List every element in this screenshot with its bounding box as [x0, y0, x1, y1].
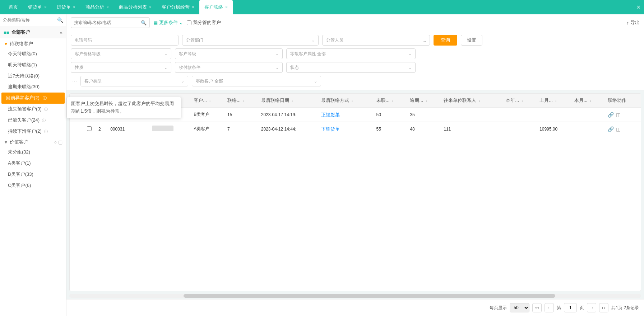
chevron-down-icon: ⌄ [408, 65, 412, 70]
sidebar-item-overdue[interactable]: 逾期未联络(30) [0, 81, 66, 93]
page-number-input[interactable] [564, 303, 577, 312]
row-actions: 🔗 ◫ [605, 108, 641, 122]
sidebar-item-class-b[interactable]: B类客户(33) [0, 169, 66, 180]
filter-person[interactable]: 分管人员 ... [322, 35, 430, 46]
col-last-method[interactable]: 最后联络方式 ↕ [318, 94, 374, 108]
sidebar-item-tomorrow[interactable]: 明天待联络(1) [0, 60, 66, 71]
top-nav: 首页 销货单 × 进货单 × 商品分析 × 商品分析列表 × 客户分层经营 × … [0, 0, 644, 14]
sidebar-item-class-a[interactable]: A类客户(1) [0, 158, 66, 169]
sidebar-search-icon[interactable]: 🔍 [57, 17, 63, 23]
filter-nature[interactable]: 性质 ⌄ [71, 62, 171, 73]
first-page-btn[interactable]: ↤ [532, 303, 542, 312]
sort-this-month-icon: ↕ [590, 99, 592, 103]
close-tab-customer-contact[interactable]: × [225, 5, 228, 10]
row-contact: 15 [224, 108, 258, 122]
row-last-method[interactable]: 下销货单 [318, 108, 374, 122]
sidebar-item-today[interactable]: 今天待联络(0) [0, 48, 66, 60]
col-type[interactable]: 客户... ↕ [191, 94, 224, 108]
col-contact[interactable]: 联络... ↕ [224, 94, 258, 108]
row-last-month [537, 108, 571, 122]
tab-customer-contact[interactable]: 客户联络 × [199, 0, 233, 14]
row-action-grid-icon[interactable]: ◫ [616, 112, 621, 118]
tab-product-analysis[interactable]: 商品分析 × [80, 0, 114, 14]
col-this-month[interactable]: 本月... ↕ [571, 94, 605, 108]
sort-contact-icon: ↕ [243, 99, 245, 103]
sidebar-item-class-c[interactable]: C类客户(6) [0, 180, 66, 191]
tab-product-analysis-list[interactable]: 商品分析列表 × [114, 0, 157, 14]
filter-customer-level[interactable]: 客户等级 ⌄ [175, 48, 283, 59]
col-overdue[interactable]: 逾期... ↕ [407, 94, 441, 108]
row-index: 2 [96, 122, 107, 136]
horizontal-scrollbar[interactable] [69, 294, 641, 298]
chevron-down-icon: ⌄ [275, 65, 279, 70]
sort-year-icon: ↕ [521, 99, 523, 103]
sidebar-group-value[interactable]: ▼ 价值客户 ○ ▢ [0, 137, 66, 147]
row-this-month [571, 108, 605, 122]
sidebar-search-input[interactable] [3, 18, 57, 23]
tab-customer-stratification[interactable]: 客户分层经营 × [157, 0, 199, 14]
col-unread[interactable]: 未联... ↕ [374, 94, 407, 108]
sidebar-item-loss-warning[interactable]: 流失预警客户(3) ⓘ [0, 104, 66, 115]
prev-page-btn[interactable]: ← [545, 303, 554, 312]
filter-search-icon[interactable]: 🔍 [141, 20, 147, 25]
row-name [149, 122, 191, 136]
close-tab-purchase[interactable]: × [73, 5, 75, 10]
sidebar-item-unclassified[interactable]: 未分组(32) [0, 147, 66, 158]
filter-payment[interactable]: 收付款条件 ⌄ [175, 62, 283, 73]
row-select-checkbox[interactable] [87, 126, 92, 131]
close-tab-customer-stratification[interactable]: × [192, 5, 194, 10]
sidebar-item-lost[interactable]: 已流失客户(24) ⓘ [0, 115, 66, 126]
close-tab-product-analysis-list[interactable]: × [149, 5, 152, 10]
last-page-btn[interactable]: ↦ [599, 303, 608, 312]
chevron-down-icon: ⌄ [164, 65, 167, 70]
filter-customer-type[interactable]: 客户类型 ⌄ [80, 76, 188, 86]
col-company-contact[interactable]: 往来单位联系人 ↕ [441, 94, 503, 108]
pagination: 每页显示 50 100 200 ↤ ← 第 页 → ↦ 共1页 2条记录 [66, 299, 644, 316]
row-code[interactable]: 000031 [107, 122, 149, 136]
more-dots[interactable]: ··· [72, 78, 77, 84]
sort-overdue-icon: ↕ [426, 99, 427, 103]
tab-sales[interactable]: 销货单 × [23, 0, 52, 14]
row-action-link-icon[interactable]: 🔗 [608, 126, 614, 132]
my-customers-checkbox[interactable] [187, 20, 191, 25]
filter-icon: ▦ [153, 20, 158, 25]
sidebar-edit-icons[interactable]: ○ ▢ [54, 140, 62, 145]
next-page-btn[interactable]: → [587, 303, 596, 312]
chevron-down-icon: ⌄ [164, 52, 167, 56]
filter-row-3: 性质 ⌄ 收付款条件 ⌄ 状态 ⌄ [71, 62, 640, 73]
row-last-method[interactable]: 下销货单 [318, 122, 374, 136]
chevron-down-icon: ... [423, 38, 426, 42]
settings-button[interactable]: 设置 [461, 35, 482, 46]
filter-dept[interactable]: 分管部门 ⌄ [182, 35, 319, 46]
row-type: B类客户 [191, 108, 224, 122]
export-btn[interactable]: ↑ 导出 [627, 19, 640, 26]
sidebar-all-customers[interactable]: ■■ 全部客户 « [0, 26, 66, 38]
sidebar-group-pending[interactable]: ▼ 待联络客户 [0, 38, 66, 48]
sidebar-item-7days[interactable]: 近7天待联络(0) [0, 71, 66, 82]
filter-retail-customer[interactable]: 零散客户 全部 ⌄ [192, 76, 321, 86]
col-last-date[interactable]: 最后联络日期 ↕ [258, 94, 318, 108]
filter-retail-attr[interactable]: 零散客户属性 全部 ⌄ [286, 48, 416, 59]
tab-home[interactable]: 首页 [4, 0, 23, 14]
query-button[interactable]: 查询 [434, 35, 457, 46]
more-conditions-btn[interactable]: ▦ 更多条件 ⌄ [153, 19, 183, 26]
row-company-contact: 111 [441, 122, 503, 136]
row-action-link-icon[interactable]: 🔗 [608, 112, 614, 118]
filter-phone[interactable]: 电话号码 [71, 35, 179, 46]
sidebar-item-declining[interactable]: 持续下滑客户(2) ⓘ [0, 126, 66, 137]
close-all-tabs[interactable]: × [636, 4, 640, 11]
col-year[interactable]: 本年... ↕ [503, 94, 537, 108]
filter-price-level[interactable]: 客户价格等级 ⌄ [71, 48, 171, 59]
sidebar-collapse-btn[interactable]: « [60, 30, 62, 35]
close-tab-product-analysis[interactable]: × [106, 5, 109, 10]
sidebar: 🔍 ■■ 全部客户 « ▼ 待联络客户 今天待联络(0) 明天待联络(1) 近7… [0, 14, 66, 316]
col-last-month[interactable]: 上月... ↕ [537, 94, 571, 108]
tab-purchase[interactable]: 进货单 × [52, 0, 80, 14]
per-page-select[interactable]: 50 100 200 [510, 303, 529, 312]
sidebar-item-repurchase-abnormal[interactable]: 回购异常客户(2) ⓘ [1, 93, 65, 104]
filter-status[interactable]: 状态 ⌄ [286, 62, 416, 73]
row-action-grid-icon[interactable]: ◫ [616, 126, 621, 132]
row-last-month: 10995.00 [537, 122, 571, 136]
close-tab-sales[interactable]: × [44, 5, 47, 10]
filter-search-input[interactable] [74, 20, 141, 25]
